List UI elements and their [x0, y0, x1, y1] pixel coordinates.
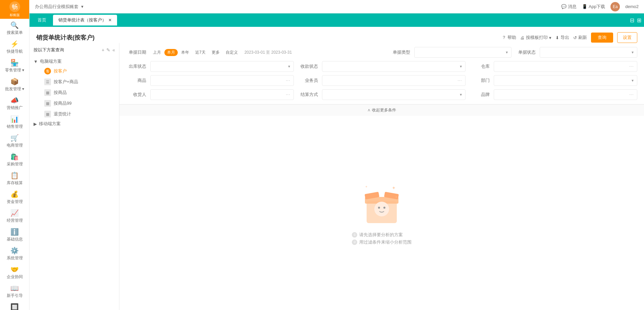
empty-illustration: ✦ ✦ ✦: [358, 179, 405, 226]
date-tab-this-year[interactable]: 本年: [178, 49, 192, 56]
filter-area: 单据日期 上月 本月 本年 近7天 更多 自定义 2023-03-01 至 20…: [119, 43, 644, 104]
collapse-bar[interactable]: ∧ 收起更多条件: [119, 104, 644, 116]
sidebar-item-6[interactable]: 🛒电商管理: [0, 132, 30, 150]
app-download-button[interactable]: 📱 App下载: [582, 4, 605, 10]
filter-row-4: 收货人 ··· 结算方式 ▾ 品牌 ···: [126, 89, 637, 100]
sidebar-item-0[interactable]: 🔍搜索菜单: [0, 19, 30, 38]
date-tab-last-month[interactable]: 上月: [150, 49, 164, 56]
tab-expand-icon[interactable]: ⊞: [637, 17, 641, 23]
sidebar-item-11[interactable]: ℹ️基础信息: [0, 225, 30, 244]
sidebar-item-1[interactable]: ⚡快捷导航: [0, 38, 30, 56]
refresh-button[interactable]: ↺ 刷新: [573, 35, 587, 41]
avatar[interactable]: Ea: [610, 2, 620, 11]
tip-text-2: 用过滤条件来缩小分析范围: [359, 239, 412, 245]
sidebar-item-3[interactable]: 📦批发管理 ▾: [0, 75, 30, 94]
order-type-select[interactable]: ▾: [414, 47, 512, 58]
date-tab-more[interactable]: 更多: [209, 49, 222, 56]
date-tab-custom[interactable]: 自定义: [223, 49, 240, 56]
salesman-dots[interactable]: ···: [458, 78, 462, 84]
goods-select[interactable]: ···: [150, 75, 294, 86]
print-icon: 🖨: [520, 35, 525, 40]
by-goods-icon: ▦: [44, 89, 51, 96]
settlement-label: 结算方式: [298, 92, 318, 98]
goods-dots[interactable]: ···: [286, 78, 290, 84]
sidebar-item-13[interactable]: 🤝企业协同: [0, 263, 30, 282]
scheme-group-mobile-arrow: ▶: [34, 121, 37, 126]
scheme-group-mobile-header[interactable]: ▶ 移动端方案: [34, 119, 115, 128]
order-status-select[interactable]: ▾: [540, 47, 637, 58]
left-panel-actions: + ✎ «: [102, 47, 115, 53]
sidebar-item-8[interactable]: 📋库存核算: [0, 169, 30, 188]
filter-date: 上月 本月 本年 近7天 更多 自定义 2023-03-01 至 2023-03…: [150, 49, 292, 56]
scheme-group-arrow: ▼: [34, 59, 38, 64]
brand-dots[interactable]: ···: [629, 92, 634, 98]
tip-num-1: ①: [352, 232, 357, 238]
sidebar-label-12: 系统管理: [7, 255, 23, 261]
settlement-select[interactable]: ▾: [322, 89, 466, 100]
receive-status-select[interactable]: ▾: [322, 61, 466, 72]
sidebar-item-7[interactable]: 🛍️采购管理: [0, 150, 30, 169]
sidebar-item-12[interactable]: ⚙️系统管理: [0, 244, 30, 263]
receiver-label: 收货人: [126, 92, 146, 98]
brand-select[interactable]: ···: [494, 89, 637, 100]
print-label: 按模板打印: [526, 35, 548, 41]
sidebar-icon-13: 🤝: [10, 265, 19, 273]
left-panel-header: 按以下方案查询 + ✎ «: [30, 47, 119, 56]
logo[interactable]: 畅 标账版: [0, 0, 30, 19]
dept-select[interactable]: ▾: [494, 75, 637, 86]
settings-button[interactable]: 设置: [617, 32, 637, 43]
sidebar-label-0: 搜索菜单: [7, 30, 23, 36]
filter-row-3: 商品 ··· 业务员 ··· 部门 ▾: [126, 75, 637, 86]
help-button[interactable]: ？ 帮助: [502, 35, 516, 41]
receiver-select[interactable]: ···: [150, 89, 294, 100]
tab-minimize-icon[interactable]: ⊟: [630, 17, 634, 23]
scheme-item-goods99[interactable]: ▦ 按商品99: [34, 98, 115, 109]
warehouse-dots[interactable]: ···: [629, 63, 634, 69]
scheme-group-desktop-header[interactable]: ▼ 电脑端方案: [34, 57, 115, 66]
tab-home[interactable]: 首页: [32, 15, 52, 25]
scheme-item-return-stats[interactable]: ▦ 退货统计: [34, 109, 115, 119]
query-button[interactable]: 查询: [591, 33, 613, 43]
print-button[interactable]: 🖨 按模板打印 ▾: [520, 35, 551, 41]
filter-row-1: 单据日期 上月 本月 本年 近7天 更多 自定义 2023-03-01 至 20…: [126, 47, 637, 58]
warehouse-select[interactable]: ···: [494, 61, 637, 72]
sidebar-item-4[interactable]: 📣营销推广: [0, 94, 30, 113]
scheme-group-mobile-label: 移动端方案: [39, 121, 61, 127]
scheme-item-by-customer[interactable]: 客 按客户: [34, 66, 115, 76]
export-button[interactable]: ⬇ 导出: [555, 35, 569, 41]
scheme-item-customer-goods[interactable]: ☰ 按客户+商品: [34, 76, 115, 87]
sidebar-label-2: 零售管理 ▾: [5, 67, 24, 73]
receiver-dots[interactable]: ···: [286, 92, 290, 98]
sidebar-icon-5: 📊: [10, 115, 19, 123]
refresh-icon: ↺: [573, 35, 577, 40]
date-tab-this-month[interactable]: 本月: [164, 49, 178, 56]
goods99-label: 按商品99: [54, 100, 71, 106]
date-tabs: 上月 本月 本年 近7天 更多 自定义: [150, 49, 240, 56]
salesman-select[interactable]: ···: [322, 75, 466, 86]
sidebar-item-9[interactable]: 💰资金管理: [0, 188, 30, 207]
out-status-select[interactable]: ▾: [150, 61, 294, 72]
collapse-panel-icon[interactable]: «: [112, 47, 115, 53]
sidebar-icon-7: 🛍️: [10, 153, 19, 161]
filter-row-2: 出库状态 ▾ 收款状态 ▾ 仓库 ···: [126, 61, 637, 72]
top-header: 办公用品行业模拟账套 ▾ 💬 消息 📱 App下载 Ea demo2: [30, 0, 644, 13]
sidebar-icon-14: 📖: [10, 284, 19, 292]
date-tab-7days[interactable]: 近7天: [193, 49, 208, 56]
sidebar-item-5[interactable]: 📊销售管理: [0, 113, 30, 132]
sidebar-label-5: 销售管理: [7, 124, 23, 130]
scheme-item-by-goods[interactable]: ▦ 按商品: [34, 87, 115, 98]
industry-label: 办公用品行业模拟账套: [35, 4, 78, 10]
tab-close-icon[interactable]: ✕: [108, 18, 112, 22]
message-button[interactable]: 💬 消息: [561, 4, 577, 10]
sidebar-item-10[interactable]: 📈经营管理: [0, 207, 30, 225]
edit-scheme-icon[interactable]: ✎: [106, 47, 110, 53]
add-scheme-icon[interactable]: +: [102, 47, 104, 53]
sidebar-item-2[interactable]: 🏪零售管理 ▾: [0, 56, 30, 75]
industry-selector[interactable]: 办公用品行业模拟账套 ▾: [35, 4, 84, 10]
content-area: 销货单统计表(按客户) ？ 帮助 🖨 按模板打印 ▾ ⬇ 导出 ↺ 刷新: [30, 27, 644, 310]
sidebar-icon-12: ⚙️: [10, 247, 19, 255]
tab-sales-stats[interactable]: 销货单统计表（按客户） ✕: [53, 15, 117, 25]
main-area: 办公用品行业模拟账套 ▾ 💬 消息 📱 App下载 Ea demo2 首页 销货…: [30, 0, 644, 310]
sidebar-item-15[interactable]: 🔲应用中心: [0, 301, 30, 310]
sidebar-item-14[interactable]: 📖新手引导: [0, 282, 30, 301]
